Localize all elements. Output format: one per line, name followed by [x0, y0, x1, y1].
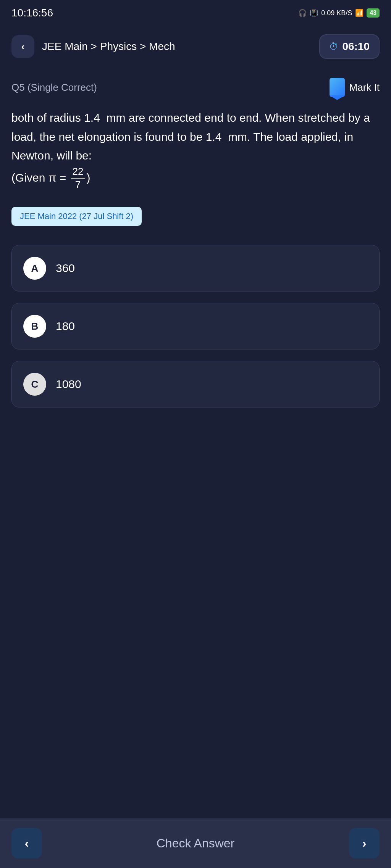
breadcrumb: JEE Main > Physics > Mech	[42, 40, 175, 53]
question-label: Q5 (Single Correct)	[11, 82, 97, 93]
back-button[interactable]: ‹	[11, 35, 34, 58]
option-c-letter: C	[23, 373, 46, 396]
status-icons: 🎧 📳 0.09 KB/S 📶 43	[298, 8, 380, 18]
pi-fraction: 227	[71, 165, 85, 192]
next-button[interactable]: ›	[349, 828, 380, 858]
option-a-letter: A	[23, 257, 46, 280]
question-text: both of radius 1.4 mm are connected end …	[11, 108, 380, 192]
prev-button[interactable]: ‹	[11, 828, 42, 858]
nav-bar: ‹ JEE Main > Physics > Mech ⏱ 06:10	[0, 27, 391, 66]
question-body: both of radius 1.4 mm are connected end …	[0, 101, 391, 199]
timer-icon: ⏱	[329, 41, 338, 52]
option-b-letter: B	[23, 315, 46, 338]
signal-icon: 📶	[355, 9, 364, 17]
option-c-value: 1080	[56, 378, 81, 391]
network-speed: 0.09 KB/S	[321, 9, 352, 17]
mark-it-button[interactable]: Mark It	[330, 78, 380, 97]
status-bar: 10:16:56 🎧 📳 0.09 KB/S 📶 43	[0, 0, 391, 23]
bottom-nav: ‹ Check Answer ›	[0, 818, 391, 868]
option-a-value: 360	[56, 262, 75, 275]
timer-text: 06:10	[342, 40, 370, 53]
fraction-denominator: 7	[74, 179, 82, 192]
vibrate-icon: 📳	[310, 9, 318, 17]
prev-arrow-icon: ‹	[25, 836, 29, 850]
fraction-numerator: 22	[71, 165, 85, 179]
option-b-value: 180	[56, 320, 75, 333]
mark-it-text: Mark It	[349, 82, 380, 93]
option-c-card[interactable]: C 1080	[11, 361, 380, 407]
check-answer-label: Check Answer	[157, 836, 235, 850]
battery-badge: 43	[367, 8, 380, 18]
next-arrow-icon: ›	[362, 836, 367, 850]
status-time: 10:16:56	[11, 7, 53, 19]
timer-badge: ⏱ 06:10	[319, 34, 380, 59]
tag-container: JEE Main 2022 (27 Jul Shift 2)	[0, 199, 391, 237]
bookmark-icon	[330, 78, 345, 97]
question-header: Q5 (Single Correct) Mark It	[0, 70, 391, 101]
options-container: A 360 B 180 C 1080	[0, 237, 391, 415]
option-a-card[interactable]: A 360	[11, 245, 380, 291]
back-arrow-icon: ‹	[21, 41, 25, 53]
question-tag: JEE Main 2022 (27 Jul Shift 2)	[11, 207, 142, 226]
option-b-card[interactable]: B 180	[11, 303, 380, 349]
headphone-icon: 🎧	[298, 9, 307, 17]
nav-left: ‹ JEE Main > Physics > Mech	[11, 35, 175, 58]
